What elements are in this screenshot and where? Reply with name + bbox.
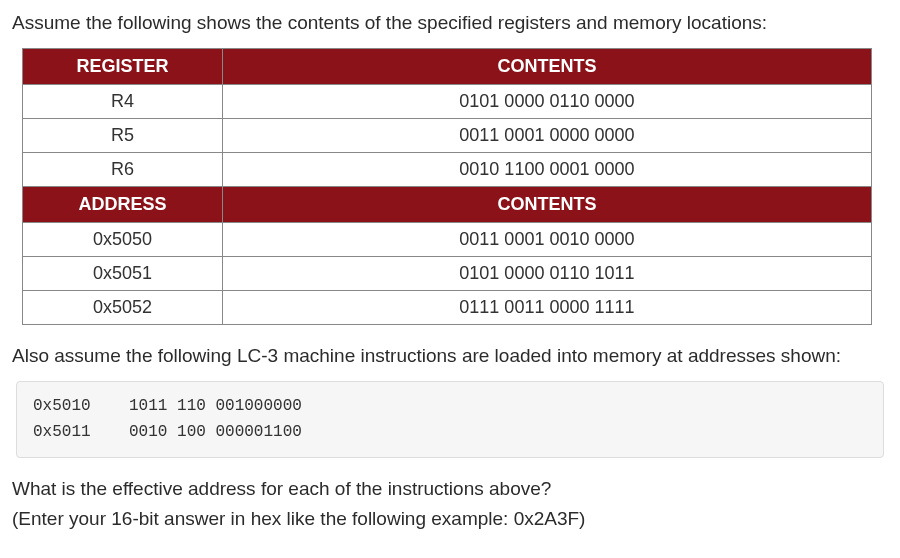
- memory-contents: 0101 0000 0110 1011: [222, 257, 871, 291]
- code-addr: 0x5011: [33, 423, 91, 441]
- memory-contents: 0111 0011 0000 1111: [222, 291, 871, 325]
- question-text: What is the effective address for each o…: [12, 478, 888, 500]
- code-line: 0x5010 1011 110 001000000: [33, 394, 867, 420]
- example-text: (Enter your 16-bit answer in hex like th…: [12, 508, 888, 530]
- table-row: 0x5050 0011 0001 0010 0000: [23, 223, 872, 257]
- register-contents: 0010 1100 0001 0000: [222, 153, 871, 187]
- registers-memory-table: REGISTER CONTENTS R4 0101 0000 0110 0000…: [22, 48, 872, 325]
- code-addr: 0x5010: [33, 397, 91, 415]
- code-line: 0x5011 0010 100 000001100: [33, 420, 867, 446]
- memory-address: 0x5050: [23, 223, 223, 257]
- header-contents-label: CONTENTS: [222, 49, 871, 85]
- register-name: R6: [23, 153, 223, 187]
- table-header-addresses: ADDRESS CONTENTS: [23, 187, 872, 223]
- register-name: R5: [23, 119, 223, 153]
- header-register-label: REGISTER: [23, 49, 223, 85]
- after-table-text: Also assume the following LC-3 machine i…: [12, 345, 888, 367]
- table-row: 0x5051 0101 0000 0110 1011: [23, 257, 872, 291]
- header-contents-label-2: CONTENTS: [222, 187, 871, 223]
- code-bits: 1011 110 001000000: [129, 397, 302, 415]
- intro-text: Assume the following shows the contents …: [12, 12, 888, 34]
- table-row: R5 0011 0001 0000 0000: [23, 119, 872, 153]
- code-block: 0x5010 1011 110 0010000000x5011 0010 100…: [16, 381, 884, 458]
- register-contents: 0101 0000 0110 0000: [222, 85, 871, 119]
- register-contents: 0011 0001 0000 0000: [222, 119, 871, 153]
- register-name: R4: [23, 85, 223, 119]
- code-bits: 0010 100 000001100: [129, 423, 302, 441]
- table-header-registers: REGISTER CONTENTS: [23, 49, 872, 85]
- memory-contents: 0011 0001 0010 0000: [222, 223, 871, 257]
- memory-address: 0x5052: [23, 291, 223, 325]
- table-row: R4 0101 0000 0110 0000: [23, 85, 872, 119]
- header-address-label: ADDRESS: [23, 187, 223, 223]
- table-row: R6 0010 1100 0001 0000: [23, 153, 872, 187]
- table-row: 0x5052 0111 0011 0000 1111: [23, 291, 872, 325]
- memory-address: 0x5051: [23, 257, 223, 291]
